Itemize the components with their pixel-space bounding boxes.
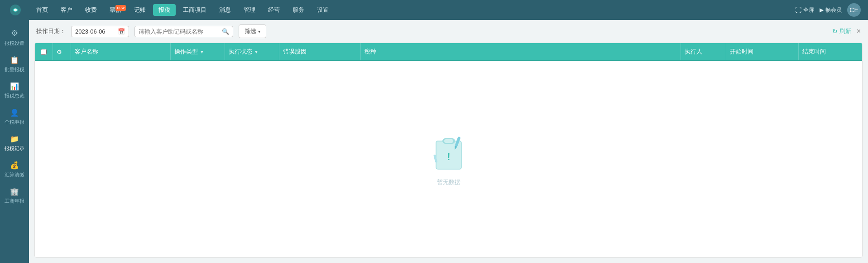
fullscreen-icon: ⛶ xyxy=(795,6,801,14)
th-tax-type-label: 税种 xyxy=(364,48,376,56)
sidebar-label-annual-report: 工商年报 xyxy=(5,198,24,205)
th-settings[interactable]: ⚙ xyxy=(53,43,71,60)
content-area: 操作日期： 📅 🔍 筛选 ▾ ↻ 刷新 × xyxy=(29,20,868,263)
sidebar-label-settlement: 汇算清缴 xyxy=(5,171,24,178)
refresh-button[interactable]: ↻ 刷新 xyxy=(832,27,851,35)
search-icon: 🔍 xyxy=(222,28,229,35)
close-button[interactable]: × xyxy=(857,27,861,35)
tax-settings-icon: ⚙ xyxy=(11,28,18,38)
nav-service[interactable]: 服务 xyxy=(287,4,310,16)
nav-manage[interactable]: 管理 xyxy=(238,4,261,16)
tax-records-icon: 📁 xyxy=(10,135,19,143)
settlement-icon: 💰 xyxy=(10,161,19,170)
sidebar-item-tax-records[interactable]: 📁 报税记录 xyxy=(0,130,29,156)
tax-overview-icon: 📊 xyxy=(10,82,19,91)
th-end-time-label: 结束时间 xyxy=(802,48,826,56)
fullscreen-label: 全屏 xyxy=(803,6,814,14)
avatar[interactable]: CE xyxy=(847,3,861,17)
search-wrapper[interactable]: 🔍 xyxy=(134,26,233,37)
nav-home[interactable]: 首页 xyxy=(31,4,53,16)
settings-icon: ⚙ xyxy=(57,49,62,55)
th-start-time-label: 开始时间 xyxy=(730,48,753,56)
sidebar-label-batch-tax: 批量报税 xyxy=(5,66,24,73)
th-exec-status[interactable]: 执行状态 ▼ xyxy=(225,43,279,60)
th-customer-name-label: 客户名称 xyxy=(75,48,98,56)
nav-fees[interactable]: 收费 xyxy=(80,4,102,16)
batch-tax-icon: 📋 xyxy=(10,56,19,64)
personal-tax-icon: 👤 xyxy=(10,108,19,117)
table-header: ⚙ 客户名称 操作类型 ▼ 执行状态 ▼ 错误股因 税种 xyxy=(35,43,862,61)
th-operation-type-label: 操作类型 xyxy=(174,48,198,56)
date-label: 操作日期： xyxy=(36,27,66,35)
svg-point-1 xyxy=(14,9,17,11)
member-btn[interactable]: ▶ 畅会员 xyxy=(820,6,842,14)
svg-text:!: ! xyxy=(447,151,450,162)
fullscreen-btn[interactable]: ⛶ 全屏 xyxy=(795,6,814,14)
sidebar-label-personal-tax: 个税申报 xyxy=(5,119,24,126)
empty-text: 暂无数据 xyxy=(437,178,460,186)
nav-customer[interactable]: 客户 xyxy=(55,4,78,16)
play-icon: ▶ xyxy=(820,7,824,13)
nav-ops[interactable]: 经营 xyxy=(263,4,285,16)
refresh-icon: ↻ xyxy=(832,28,838,35)
th-executor: 执行人 xyxy=(681,43,726,60)
sidebar-label-tax-records: 报税记录 xyxy=(5,145,24,152)
new-badge: new xyxy=(115,5,126,11)
nav-messages[interactable]: 消息 xyxy=(214,4,236,16)
sidebar-item-annual-report[interactable]: 🏢 工商年报 xyxy=(0,183,29,209)
member-label: 畅会员 xyxy=(825,6,842,14)
sidebar-item-tax-overview[interactable]: 📊 报税总览 xyxy=(0,78,29,104)
chevron-down-icon: ▾ xyxy=(258,29,260,34)
th-end-time: 结束时间 xyxy=(799,43,862,60)
nav-tax[interactable]: 报税 xyxy=(153,4,176,16)
sidebar-label-tax-settings: 报税设置 xyxy=(5,40,24,47)
logo[interactable] xyxy=(7,2,24,18)
date-input-wrapper[interactable]: 📅 xyxy=(71,26,129,37)
nav-settings[interactable]: 设置 xyxy=(312,4,334,16)
th-start-time: 开始时间 xyxy=(726,43,799,60)
refresh-label: 刷新 xyxy=(839,27,851,35)
filter-label: 筛选 xyxy=(245,27,256,35)
sidebar-label-tax-overview: 报税总览 xyxy=(5,93,24,99)
toolbar: 操作日期： 📅 🔍 筛选 ▾ ↻ 刷新 × xyxy=(29,20,868,43)
sidebar-item-personal-tax[interactable]: 👤 个税申报 xyxy=(0,104,29,130)
search-input[interactable] xyxy=(139,28,220,35)
th-checkbox[interactable] xyxy=(35,43,53,60)
toolbar-right: ↻ 刷新 × xyxy=(832,27,861,35)
nav-tickets[interactable]: 票据 new xyxy=(104,4,127,16)
annual-report-icon: 🏢 xyxy=(10,187,19,196)
date-input[interactable] xyxy=(75,28,116,35)
th-executor-label: 执行人 xyxy=(685,48,702,56)
th-error-reason: 错误股因 xyxy=(279,43,361,60)
filter-button[interactable]: 筛选 ▾ xyxy=(239,24,266,38)
sidebar-item-settlement[interactable]: 💰 汇算清缴 xyxy=(0,156,29,183)
select-all-checkbox[interactable] xyxy=(41,49,47,55)
svg-rect-4 xyxy=(444,139,453,143)
sort-exec-icon: ▼ xyxy=(254,49,259,54)
th-exec-status-label: 执行状态 xyxy=(229,48,252,56)
calendar-icon: 📅 xyxy=(118,28,125,35)
sort-operation-icon: ▼ xyxy=(200,49,204,54)
nav-bookkeeping[interactable]: 记账 xyxy=(129,4,151,16)
nav-items: 首页 客户 收费 票据 new 记账 报税 工商项目 消息 管理 经营 服务 设… xyxy=(31,4,795,16)
th-tax-type: 税种 xyxy=(361,43,681,60)
th-operation-type[interactable]: 操作类型 ▼ xyxy=(171,43,225,60)
table-container: ⚙ 客户名称 操作类型 ▼ 执行状态 ▼ 错误股因 税种 xyxy=(34,43,863,258)
sidebar: ⚙ 报税设置 📋 批量报税 📊 报税总览 👤 个税申报 📁 报税记录 💰 汇算清… xyxy=(0,20,29,263)
nav-business[interactable]: 工商项目 xyxy=(177,4,212,16)
sidebar-item-tax-settings[interactable]: ⚙ 报税设置 xyxy=(0,24,29,51)
sidebar-item-batch-tax[interactable]: 📋 批量报税 xyxy=(0,51,29,78)
th-customer-name: 客户名称 xyxy=(71,43,171,60)
th-error-reason-label: 错误股因 xyxy=(283,48,307,56)
top-nav-right: ⛶ 全屏 ▶ 畅会员 CE xyxy=(795,3,861,17)
top-nav: 首页 客户 收费 票据 new 记账 报税 工商项目 消息 管理 经营 服务 设… xyxy=(0,0,868,20)
main-layout: ⚙ 报税设置 📋 批量报税 📊 报税总览 👤 个税申报 📁 报税记录 💰 汇算清… xyxy=(0,20,868,263)
empty-state: ! 暂无数据 xyxy=(35,61,862,257)
